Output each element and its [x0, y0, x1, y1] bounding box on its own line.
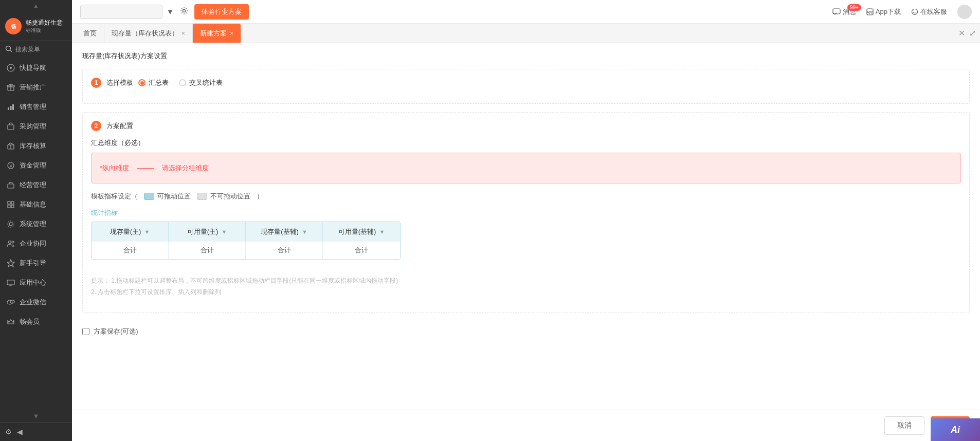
grid-icon [6, 200, 15, 209]
svg-rect-17 [8, 201, 10, 204]
col2-dropdown-icon[interactable]: ▼ [221, 229, 227, 235]
nav-label: 畅会员 [20, 317, 40, 326]
tab-close-all-icon[interactable]: ✕ [958, 28, 965, 38]
svg-rect-19 [8, 205, 10, 208]
svg-text:¥: ¥ [9, 163, 12, 169]
svg-point-28 [183, 9, 185, 12]
topbar-search-input[interactable] [80, 5, 162, 19]
sidebar-item-purchase[interactable]: 采购管理 [0, 117, 72, 136]
tab-new-scheme[interactable]: 新建方案 × [193, 24, 241, 43]
trial-btn[interactable]: 体验行业方案 [194, 4, 249, 20]
stats-col-1-header[interactable]: 现存量(主) ▼ [92, 222, 169, 242]
search-menu[interactable]: 搜索菜单 [0, 41, 72, 58]
topbar-gear-icon[interactable] [180, 7, 188, 17]
svg-rect-11 [8, 125, 14, 130]
main-content: ▼ 体验行业方案 消息 99+ App App下载 在线客服 [72, 0, 980, 441]
sidebar-item-marketing[interactable]: 营销推广 [0, 78, 72, 97]
stats-col-2-header[interactable]: 可用量(主) ▼ [169, 222, 246, 242]
page-title: 现存量(库存状况表)方案设置 [82, 51, 970, 61]
sidebar-scroll-down[interactable]: ▼ [0, 410, 72, 422]
chart-icon [6, 102, 15, 112]
settings-bottom-icon[interactable]: ⚙ [5, 428, 12, 436]
save-section: 方案保存(可选) [82, 321, 970, 342]
section-config: 2 方案配置 汇总维度（必选） *纵向维度 —— 请选择分组维度 模板指标设定（… [82, 112, 970, 313]
svg-point-5 [10, 67, 12, 69]
svg-rect-25 [7, 280, 14, 285]
topbar-input-area: ▼ [80, 5, 174, 19]
nav-label: 快捷导航 [20, 63, 46, 72]
user-avatar[interactable] [957, 5, 972, 19]
sidebar-item-wechat[interactable]: 企业微信 [0, 292, 72, 312]
online-service-btn[interactable]: 在线客服 [911, 7, 947, 16]
stats-col-1-body: 合计 [92, 242, 169, 259]
dimension-label: 汇总维度（必选） [91, 138, 961, 148]
sidebar-item-operation[interactable]: 经营管理 [0, 175, 72, 195]
box-icon [6, 141, 15, 151]
sidebar-item-vip[interactable]: 畅会员 [0, 312, 72, 332]
radio-summary[interactable]: 汇总表 [138, 78, 169, 87]
topbar-left: ▼ 体验行业方案 [80, 4, 249, 20]
save-checkbox[interactable] [82, 328, 89, 335]
svg-rect-10 [12, 104, 14, 110]
tab-inventory[interactable]: 现存量（库存状况表） × [104, 24, 193, 43]
message-btn[interactable]: 消息 99+ [832, 7, 856, 16]
nav-label: 库存核算 [20, 141, 46, 151]
sidebar-item-system[interactable]: 系统管理 [0, 214, 72, 234]
nav-label: 企业协同 [20, 239, 46, 248]
speaker-icon[interactable]: ◀ [17, 428, 23, 436]
vip-icon [6, 317, 15, 326]
sidebar-item-enterprise[interactable]: 企业协同 [0, 234, 72, 253]
indicator-draggable: 可拖动位置 [144, 192, 191, 201]
nav-label: 基础信息 [20, 200, 46, 209]
nav-label: 销售管理 [20, 102, 46, 112]
svg-rect-16 [8, 184, 14, 188]
col1-dropdown-icon[interactable]: ▼ [144, 229, 150, 235]
sidebar-nav: 快捷导航 营销推广 销售管理 采购管理 库存核算 [0, 58, 72, 410]
sidebar-item-quick-nav[interactable]: 快捷导航 [0, 58, 72, 78]
svg-text:App: App [867, 10, 874, 14]
stats-table-header: 现存量(主) ▼ 可用量(主) ▼ 现存量(基辅) ▼ 可用量(基辅) ▼ [92, 222, 400, 242]
svg-rect-9 [10, 106, 12, 110]
tab-new-scheme-close[interactable]: × [230, 30, 233, 37]
gift-icon [6, 83, 15, 92]
radio-cross[interactable]: 交叉统计表 [179, 78, 223, 87]
svg-marker-24 [7, 260, 14, 267]
sidebar-item-basic-info[interactable]: 基础信息 [0, 195, 72, 214]
tab-home[interactable]: 首页 [76, 24, 104, 43]
wechat-icon [6, 298, 15, 307]
radio-cross-label: 交叉统计表 [189, 78, 223, 87]
sidebar-item-guide[interactable]: 新手引导 [0, 253, 72, 273]
tab-expand-icon[interactable]: ⤢ [969, 28, 976, 38]
stats-col-4-header[interactable]: 可用量(基辅) ▼ [323, 222, 400, 242]
sidebar-item-inventory[interactable]: 库存核算 [0, 136, 72, 156]
nav-label: 资金管理 [20, 161, 46, 170]
indicator-suffix: ） [257, 192, 263, 201]
app-download-btn[interactable]: App App下载 [866, 7, 901, 16]
tab-inventory-close[interactable]: × [182, 30, 185, 37]
fixed-label: 不可拖动位置 [210, 192, 250, 201]
bottom-actions: 取消 查询 [72, 410, 980, 441]
tip-1: 提示： 1.拖动标题栏可以调整布局，不可跨维度或指标区域拖动栏目字段(只能在同一… [91, 275, 961, 287]
col4-dropdown-icon[interactable]: ▼ [379, 229, 385, 235]
stats-col-3-header[interactable]: 现存量(基辅) ▼ [246, 222, 323, 242]
tips-area: 提示： 1.拖动标题栏可以调整布局，不可跨维度或指标区域拖动栏目字段(只能在同一… [91, 269, 961, 304]
topbar-dropdown-icon[interactable]: ▼ [167, 8, 174, 16]
svg-text:畅: 畅 [11, 24, 16, 29]
nav-label: 企业微信 [20, 298, 46, 307]
star-icon [6, 259, 15, 268]
ai-button[interactable]: Ai [931, 418, 980, 441]
sidebar-item-sales[interactable]: 销售管理 [0, 97, 72, 117]
app-name: 畅捷通好生意 [26, 19, 63, 27]
content-area: 现存量(库存状况表)方案设置 1 选择模板 汇总表 交叉统计表 [72, 43, 980, 410]
compass-icon [6, 63, 15, 72]
online-service-label: 在线客服 [920, 7, 947, 16]
sidebar-scroll-up[interactable]: ▲ [0, 0, 72, 12]
tv-icon [6, 278, 15, 287]
sidebar-item-finance[interactable]: ¥ 资金管理 [0, 156, 72, 175]
col3-dropdown-icon[interactable]: ▼ [302, 229, 307, 235]
sidebar: ▲ 畅 畅捷通好生意 标准版 搜索菜单 快捷导航 [0, 0, 72, 441]
dimension-box[interactable]: *纵向维度 —— 请选择分组维度 [91, 153, 961, 183]
draggable-label: 可拖动位置 [157, 192, 191, 201]
cancel-button[interactable]: 取消 [884, 416, 924, 435]
sidebar-item-app-center[interactable]: 应用中心 [0, 273, 72, 292]
